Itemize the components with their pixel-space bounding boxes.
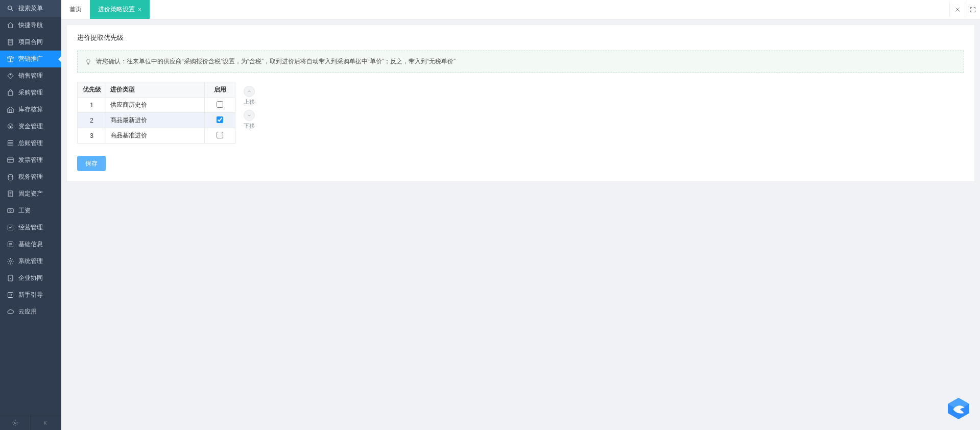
move-down-button[interactable]: [244, 110, 255, 121]
sidebar-item-label: 云应用: [18, 307, 37, 316]
col-type: 进价类型: [106, 82, 205, 98]
svg-point-25: [9, 210, 11, 211]
alert-text: 请您确认：往来单位中的供应商“采购报价含税”设置，为“含税”，取到进价后将自动带…: [96, 57, 456, 66]
svg-rect-17: [7, 158, 13, 162]
collapse-sidebar-button[interactable]: [31, 415, 62, 430]
cell-priority: 3: [78, 128, 106, 144]
bulb-icon: [85, 58, 92, 65]
table-row[interactable]: 3 商品基准进价: [78, 128, 235, 144]
tab-label: 进价策略设置: [98, 5, 135, 14]
sidebar-item-label: 新手引导: [18, 291, 43, 299]
warehouse-icon: [6, 106, 14, 114]
sidebar-item-label: 基础信息: [18, 240, 43, 249]
cell-type: 供应商历史价: [106, 98, 205, 113]
sidebar-item-salary[interactable]: 工资: [0, 202, 61, 219]
col-enable: 启用: [205, 82, 235, 98]
home-icon: [6, 21, 14, 30]
cell-type: 商品基准进价: [106, 128, 205, 144]
tab-label: 首页: [69, 5, 82, 14]
tax-icon: [6, 173, 14, 181]
sidebar-item-contract[interactable]: 项目合同: [0, 34, 61, 51]
sidebar-item-funds[interactable]: 资金管理: [0, 118, 61, 135]
sidebar-item-label: 搜索菜单: [18, 4, 43, 13]
sidebar-item-label: 项目合同: [18, 38, 43, 46]
sidebar-item-tax[interactable]: 税务管理: [0, 169, 61, 185]
sidebar-item-cloud[interactable]: 云应用: [0, 303, 61, 320]
guide-icon: [6, 291, 14, 299]
sidebar-item-sales[interactable]: 销售管理: [0, 67, 61, 84]
svg-rect-24: [7, 209, 13, 213]
sidebar-item-label: 工资: [18, 206, 31, 215]
document-icon: [6, 38, 14, 46]
invoice-icon: [6, 156, 14, 164]
svg-rect-11: [8, 91, 13, 95]
tab-home[interactable]: 首页: [61, 0, 90, 19]
sidebar-item-label: 营销推广: [18, 55, 43, 63]
sidebar-item-label: 固定资产: [18, 189, 43, 198]
sidebar-item-label: 税务管理: [18, 173, 43, 181]
assets-icon: [6, 190, 14, 198]
move-controls: 上移 下移: [244, 82, 255, 130]
sidebar-item-label: 系统管理: [18, 257, 43, 266]
sidebar-item-inventory[interactable]: 库存核算: [0, 101, 61, 118]
bag-icon: [6, 89, 14, 97]
sidebar-item-guide[interactable]: 新手引导: [0, 286, 61, 303]
svg-rect-9: [7, 57, 13, 58]
sidebar-item-label: 采购管理: [18, 88, 43, 97]
svg-rect-12: [9, 110, 12, 112]
sidebar-item-purchase[interactable]: 采购管理: [0, 84, 61, 101]
cell-priority: 2: [78, 113, 106, 128]
tabbar: 首页 进价策略设置 ×: [61, 0, 980, 19]
main: 首页 进价策略设置 × 进价提取优先级 请您确认：往来单位中的供应商“采购报价含…: [61, 0, 980, 430]
settings-button[interactable]: [0, 415, 31, 430]
salary-icon: [6, 207, 14, 215]
coin-icon: [6, 123, 14, 131]
save-button[interactable]: 保存: [77, 156, 106, 171]
col-priority: 优先级: [78, 82, 106, 98]
tabbar-actions: [949, 0, 980, 19]
sidebar-item-label: 快捷导航: [18, 21, 43, 30]
move-down-label: 下移: [244, 122, 255, 130]
svg-point-31: [9, 260, 11, 262]
move-up-button[interactable]: [244, 86, 255, 97]
sidebar-item-marketing[interactable]: 营销推广: [0, 51, 61, 67]
tag-icon: [6, 72, 14, 80]
sidebar-item-invoice[interactable]: 发票管理: [0, 152, 61, 169]
sidebar-item-label: 库存核算: [18, 105, 43, 114]
sidebar-item-label: 经营管理: [18, 223, 43, 232]
sidebar: 搜索菜单 快捷导航 项目合同 营销推广 销售管理: [0, 0, 61, 430]
table-row[interactable]: 2 商品最新进价: [78, 113, 235, 128]
ledger-icon: [6, 139, 14, 148]
enable-checkbox[interactable]: [217, 101, 223, 108]
sidebar-item-label: 资金管理: [18, 122, 43, 131]
close-icon[interactable]: ×: [138, 6, 141, 13]
sidebar-item-quicknav[interactable]: 快捷导航: [0, 17, 61, 34]
sidebar-item-collab[interactable]: 企业协同: [0, 270, 61, 286]
assistant-float-button[interactable]: [946, 396, 971, 421]
sidebar-item-system[interactable]: 系统管理: [0, 253, 61, 270]
content: 进价提取优先级 请您确认：往来单位中的供应商“采购报价含税”设置，为“含税”，取…: [61, 19, 980, 430]
enable-checkbox[interactable]: [217, 116, 223, 123]
panel: 进价提取优先级 请您确认：往来单位中的供应商“采购报价含税”设置，为“含税”，取…: [66, 25, 975, 182]
sidebar-item-assets[interactable]: 固定资产: [0, 185, 61, 202]
sidebar-item-label: 发票管理: [18, 156, 43, 164]
fullscreen-button[interactable]: [965, 2, 980, 17]
chart-icon: [6, 224, 14, 232]
svg-line-1: [11, 9, 13, 11]
info-alert: 请您确认：往来单位中的供应商“采购报价含税”设置，为“含税”，取到进价后将自动带…: [77, 51, 964, 73]
enable-checkbox[interactable]: [217, 132, 223, 138]
sidebar-menu: 搜索菜单 快捷导航 项目合同 营销推广 销售管理: [0, 0, 61, 415]
sidebar-item-search[interactable]: 搜索菜单: [0, 0, 61, 17]
sidebar-item-ledger[interactable]: 总账管理: [0, 135, 61, 152]
tab-price-strategy[interactable]: 进价策略设置 ×: [90, 0, 150, 19]
gear-icon: [6, 257, 14, 266]
gift-icon: [6, 55, 14, 63]
close-all-button[interactable]: [949, 2, 965, 17]
save-button-label: 保存: [85, 159, 98, 168]
table-row[interactable]: 1 供应商历史价: [78, 98, 235, 113]
sidebar-item-business[interactable]: 经营管理: [0, 219, 61, 236]
cell-type: 商品最新进价: [106, 113, 205, 128]
svg-point-10: [10, 74, 11, 75]
sidebar-item-basicinfo[interactable]: 基础信息: [0, 236, 61, 253]
cloud-icon: [6, 308, 14, 316]
